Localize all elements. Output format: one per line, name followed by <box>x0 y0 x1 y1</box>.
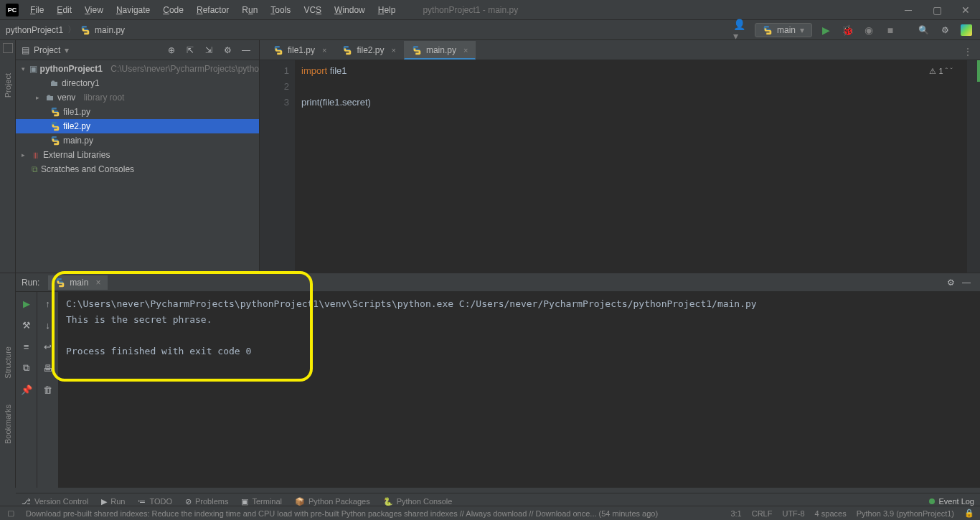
close-tab-icon[interactable]: × <box>392 46 396 55</box>
close-button[interactable]: ✕ <box>951 0 980 20</box>
print-icon[interactable]: 🖶 <box>41 361 55 375</box>
notification-dot-icon <box>929 498 935 504</box>
code-line-1[interactable]: import file1 <box>301 63 961 79</box>
run-button[interactable]: ▶ <box>818 22 834 38</box>
search-button[interactable]: 🔍 <box>915 22 931 38</box>
panel-settings-icon[interactable]: ⚙ <box>220 45 235 55</box>
code-line-2[interactable] <box>301 79 961 95</box>
project-stripe-label[interactable]: Project <box>4 67 12 103</box>
chevron-right-icon[interactable]: ▸ <box>22 151 29 159</box>
ide-features-button[interactable] <box>958 22 974 38</box>
green-marker <box>977 60 980 82</box>
tab-todo[interactable]: ≔TODO <box>138 497 172 506</box>
inspection-badge[interactable]: ⚠ 1 ˆ ˇ <box>929 63 953 79</box>
filter-icon[interactable]: ⧉ <box>19 361 34 375</box>
tree-item-file2[interactable]: file2.py <box>16 119 259 133</box>
project-tree[interactable]: ▾ ▣ pythonProject1 C:\Users\never\Pychar… <box>16 60 259 178</box>
menu-edit[interactable]: Edit <box>51 2 77 18</box>
down-icon[interactable]: ↓ <box>41 318 55 332</box>
editor-tab-file2[interactable]: file2.py × <box>334 41 403 60</box>
layout-icon[interactable]: ≡ <box>19 339 34 354</box>
editor-more-icon[interactable]: ⋮ <box>960 44 976 60</box>
chevron-down-icon[interactable]: ▾ <box>65 45 69 55</box>
tree-item-main[interactable]: main.py <box>16 133 259 148</box>
breadcrumb-file[interactable]: main.py <box>95 25 125 35</box>
bookmarks-stripe-label[interactable]: Bookmarks <box>4 399 12 450</box>
tab-python-packages[interactable]: 📦Python Packages <box>295 497 370 506</box>
project-tool-button[interactable] <box>3 43 13 53</box>
tab-terminal[interactable]: ▣Terminal <box>241 497 282 506</box>
close-tab-icon[interactable]: × <box>95 278 100 288</box>
status-interpreter[interactable]: Python 3.9 (pythonProject1) <box>857 509 954 518</box>
tree-item-directory1[interactable]: 🖿 directory1 <box>16 76 259 90</box>
code-line-3[interactable]: print(file1.secret) <box>301 95 961 110</box>
breadcrumb-project[interactable]: pythonProject1 <box>6 25 63 35</box>
soft-wrap-icon[interactable]: ↩ <box>41 339 55 354</box>
menu-tools[interactable]: Tools <box>265 2 296 18</box>
console-output[interactable]: C:\Users\never\PycharmProjects\pythonPro… <box>59 292 980 488</box>
menu-navigate[interactable]: Navigate <box>110 2 156 18</box>
pin-icon[interactable]: 📌 <box>19 382 34 397</box>
tab-run[interactable]: ▶Run <box>101 497 125 506</box>
settings-button[interactable]: ⚙ <box>937 22 953 38</box>
menu-run[interactable]: Run <box>236 2 263 18</box>
debug-button[interactable]: 🐞 <box>839 22 855 38</box>
tree-scratches[interactable]: ⧉ Scratches and Consoles <box>16 162 259 176</box>
rerun-icon[interactable]: ▶ <box>19 296 34 311</box>
chevron-right-icon[interactable]: ▸ <box>36 94 43 101</box>
btab-label: Terminal <box>252 497 282 506</box>
btab-label: Problems <box>195 497 228 506</box>
structure-stripe-label[interactable]: Structure <box>4 341 12 384</box>
collapse-all-icon[interactable]: ⇲ <box>202 45 216 55</box>
user-icon[interactable]: 👤▾ <box>733 22 749 38</box>
status-indent[interactable]: 4 spaces <box>815 509 847 518</box>
menu-file[interactable]: File <box>24 2 50 18</box>
tool-window-icon[interactable]: ▢ <box>6 509 16 519</box>
folder-icon: ▤ <box>22 45 29 55</box>
tree-item-venv[interactable]: ▸ 🖿 venv library root <box>16 90 259 105</box>
run-config-selector[interactable]: main ▾ <box>755 23 812 37</box>
left-tool-stripe-lower: Structure Bookmarks <box>0 273 16 488</box>
status-line-sep[interactable]: CRLF <box>752 509 773 518</box>
hide-panel-icon[interactable]: — <box>239 45 253 55</box>
editor-body[interactable]: 1 2 3 ⚠ 1 ˆ ˇ import file1 print(file1.s… <box>260 60 980 273</box>
editor-tab-main[interactable]: main.py × <box>404 41 476 60</box>
chevron-down-icon[interactable]: ▾ <box>22 65 27 72</box>
tab-version-control[interactable]: ⎇Version Control <box>22 497 88 506</box>
close-tab-icon[interactable]: × <box>322 46 326 55</box>
coverage-button[interactable]: ◉ <box>861 22 877 38</box>
status-message[interactable]: Download pre-built shared indexes: Reduc… <box>26 509 658 518</box>
expand-all-icon[interactable]: ⇱ <box>183 45 197 55</box>
menu-view[interactable]: View <box>79 2 109 18</box>
error-stripe[interactable] <box>967 60 980 273</box>
run-tab-main[interactable]: main × <box>48 275 108 290</box>
maximize-button[interactable]: ▢ <box>923 0 951 20</box>
hide-run-icon[interactable]: — <box>958 275 974 290</box>
menu-code[interactable]: Code <box>157 2 189 18</box>
close-tab-icon[interactable]: × <box>463 46 468 55</box>
code-area[interactable]: ⚠ 1 ˆ ˇ import file1 print(file1.secret) <box>296 60 967 273</box>
status-encoding[interactable]: UTF-8 <box>782 509 804 518</box>
minimize-button[interactable]: ─ <box>894 0 923 20</box>
tab-python-console[interactable]: 🐍Python Console <box>383 497 453 506</box>
editor-area: file1.py × file2.py × main.py × ⋮ 1 2 3 <box>260 40 980 273</box>
status-position[interactable]: 3:1 <box>730 509 741 518</box>
tree-item-file1[interactable]: file1.py <box>16 105 259 119</box>
event-log[interactable]: Event Log <box>929 497 974 506</box>
stop-icon[interactable]: ⚒ <box>19 318 34 332</box>
delete-icon[interactable]: 🗑 <box>41 382 55 397</box>
run-label: Run: <box>22 278 39 288</box>
locate-icon[interactable]: ⊕ <box>164 45 179 55</box>
tab-problems[interactable]: ⊘Problems <box>185 497 228 506</box>
menu-help[interactable]: Help <box>372 2 402 18</box>
tree-root[interactable]: ▾ ▣ pythonProject1 C:\Users\never\Pychar… <box>16 62 259 76</box>
tree-external-libs[interactable]: ▸ ⫼ External Libraries <box>16 148 259 162</box>
editor-tab-file1[interactable]: file1.py × <box>265 41 334 60</box>
menu-refactor[interactable]: Refactor <box>191 2 235 18</box>
lock-icon[interactable]: 🔒 <box>964 509 974 519</box>
menu-window[interactable]: Window <box>329 2 371 18</box>
stop-button[interactable]: ■ <box>882 22 898 38</box>
menu-vcs[interactable]: VCS <box>298 2 327 18</box>
run-settings-icon[interactable]: ⚙ <box>943 275 958 290</box>
up-icon[interactable]: ↑ <box>41 296 55 311</box>
